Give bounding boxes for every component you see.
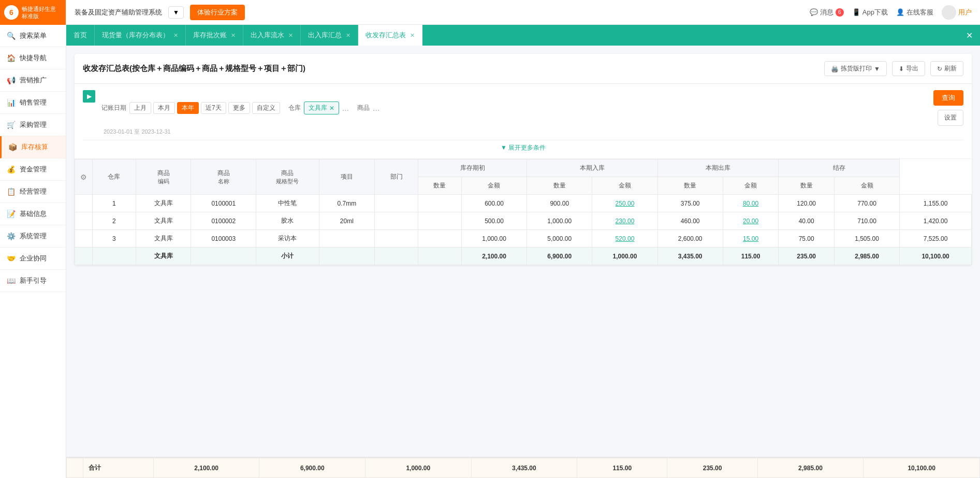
sidebar-icon-marketing: 📢 [6,76,16,84]
date-btn-近7天[interactable]: 近7天 [201,102,226,114]
cell-in-amt: 375.00 [657,195,723,212]
main-table: ⚙ 仓库 商品编码 商品名称 商品规格型号 项目 部门 库存期初 本期入库 本期… [75,159,972,265]
cell-in-qty[interactable]: 520.00 [592,230,657,248]
message-group[interactable]: 💬 消息 6 [810,8,844,17]
print-button[interactable]: 🖨️ 拣货版打印 ▼ [824,61,887,76]
trial-button[interactable]: 体验行业方案 [190,5,245,20]
tab-close-recv-summary[interactable]: ✕ [410,32,415,39]
cell-out-qty-link[interactable]: 20.00 [743,218,758,225]
settings-button[interactable]: 设置 [938,110,963,126]
col-in-header: 本期入库 [527,160,657,177]
date-btn-本月[interactable]: 本月 [153,102,175,114]
cell-out-qty[interactable]: 15.00 [723,230,779,248]
tab-label-home: 首页 [74,31,87,40]
cell-code: 0100001 [191,195,256,212]
sidebar-item-system[interactable]: ⚙️系统管理 [0,225,66,248]
tab-label-inout-flow: 出入库流水 [251,31,284,40]
sidebar-header: 6 畅捷通好生意 标准版 [0,0,66,25]
expand-more-button[interactable]: ▼ 展开更多条件 [501,144,546,151]
sidebar-item-quicknav[interactable]: 🏠快捷导航 [0,47,66,69]
warehouse-dots[interactable]: ... [342,104,349,113]
tab-home[interactable]: 首页 [66,25,95,46]
footer-row: 合计 2,100.00 6,900.00 1,000.00 3,435.00 1… [67,458,980,478]
cell-spec [319,230,375,248]
tabbar-close-all[interactable]: ✕ [959,25,980,46]
cell-out-qty[interactable]: 20.00 [723,212,779,230]
gear-icon[interactable]: ⚙ [80,173,87,181]
export-button[interactable]: ⬇ 导出 [892,61,925,76]
cell-out-qty-link[interactable]: 15.00 [743,235,758,242]
tab-label-recv-summary: 收发存汇总表 [365,31,406,40]
tab-recv-summary[interactable]: 收发存汇总表✕ [358,25,422,46]
tab-close-inventory-dist[interactable]: ✕ [173,32,178,39]
warehouse-tag-close[interactable]: ✕ [329,105,334,112]
sidebar-item-finance[interactable]: 💰资金管理 [0,158,66,181]
service-group[interactable]: 👤 在线客服 [896,8,933,17]
sidebar-item-corp[interactable]: 🤝企业协同 [0,248,66,270]
filter-section: ▶ 记账日期 上月本月本年近7天更多自定义 仓库 文具库 ✕ [75,84,972,159]
cell-in-qty-link[interactable]: 230.00 [616,218,635,225]
cell-bal-qty: 770.00 [834,195,899,212]
sidebar-item-search[interactable]: 🔍搜索菜单 [0,25,66,47]
sidebar-item-guide[interactable]: 📖新手引导 [0,270,66,292]
sidebar-item-basic[interactable]: 📝基础信息 [0,203,66,225]
user-group[interactable]: 用户 [942,5,972,20]
query-button[interactable]: 查询 [933,90,963,106]
sidebar-item-operation[interactable]: 📋经营管理 [0,181,66,203]
sidebar-item-purchase[interactable]: 🛒采购管理 [0,114,66,136]
date-btn-本年[interactable]: 本年 [177,102,199,114]
col-open-qty: 数量 [418,177,461,195]
cell-out-qty[interactable]: 80.00 [723,195,779,212]
tab-close-inout-flow[interactable]: ✕ [288,32,293,39]
goods-dots[interactable]: ... [373,104,379,113]
cell-spec: 20ml [319,212,375,230]
sidebar-label-marketing: 营销推广 [20,76,47,85]
cell-open-qty: 600.00 [461,195,526,212]
date-btn-上月[interactable]: 上月 [129,102,151,114]
goods-label: 商品 [357,104,370,112]
cell-open-amt: 900.00 [527,195,592,212]
cell-in-qty[interactable]: 250.00 [592,195,657,212]
refresh-button[interactable]: ↻ 刷新 [930,61,963,76]
sidebar-item-marketing[interactable]: 📢营销推广 [0,69,66,92]
sidebar-label-system: 系统管理 [20,231,47,241]
filter-expand-button[interactable]: ▶ [83,90,95,103]
app-download-group[interactable]: 📱 App下载 [852,8,888,17]
service-icon: 👤 [896,8,904,16]
app-label: App下载 [862,8,888,17]
cell-dept [418,248,461,265]
sidebar-icon-corp: 🤝 [6,254,16,263]
cell-in-qty-link[interactable]: 520.00 [616,235,635,242]
date-label: 记账日期 [101,104,126,112]
tab-close-inout-summary[interactable]: ✕ [346,32,350,39]
cell-out-qty-link[interactable]: 80.00 [743,200,758,207]
tab-inout-flow[interactable]: 出入库流水✕ [243,25,301,46]
tab-inventory-dist[interactable]: 现货量（库存分布表）✕ [95,25,186,46]
cell-bal-amt: 7,525.00 [900,230,972,248]
cell-spec [319,248,375,265]
cell-in-qty[interactable]: 230.00 [592,212,657,230]
sidebar-icon-finance: 💰 [6,165,16,173]
date-range-text: 2023-01-01 至 2023-12-31 [104,128,963,136]
col-project-header: 项目 [319,160,375,195]
sidebar-item-inventory[interactable]: 📦库存核算 [0,136,66,158]
cell-num: 2 [93,212,136,230]
tab-inout-summary[interactable]: 出入库汇总✕ [301,25,358,46]
date-btn-自定义[interactable]: 自定义 [252,102,280,114]
tab-batch[interactable]: 库存批次账✕ [186,25,243,46]
sidebar-item-sales[interactable]: 📊销售管理 [0,92,66,114]
topbar: 装备及固定资产辅助管理系统 ▼ 体验行业方案 💬 消息 6 📱 App下载 👤 … [66,0,980,25]
cell-in-qty-link[interactable]: 250.00 [616,200,635,207]
page-header: 收发存汇总表(按仓库＋商品编码＋商品＋规格型号＋项目＋部门) 🖨️ 拣货版打印 … [75,54,972,84]
filter-fields: 记账日期 上月本月本年近7天更多自定义 仓库 文具库 ✕ ... [101,90,963,136]
table-row: 3文具库0100003采访本1,000.005,000.00520.002,60… [75,230,972,248]
table-row: 2文具库0100002胶水20ml500.001,000.00230.00460… [75,212,972,230]
expand-label: 展开更多条件 [508,144,546,151]
date-btn-更多[interactable]: 更多 [228,102,250,114]
warehouse-tag[interactable]: 文具库 ✕ [304,102,339,114]
col-settings: ⚙ [75,160,93,195]
tab-close-batch[interactable]: ✕ [231,32,236,39]
topbar-left: 装备及固定资产辅助管理系统 ▼ 体验行业方案 [75,5,245,20]
cell-project [375,230,418,248]
system-dropdown[interactable]: ▼ [168,6,184,19]
